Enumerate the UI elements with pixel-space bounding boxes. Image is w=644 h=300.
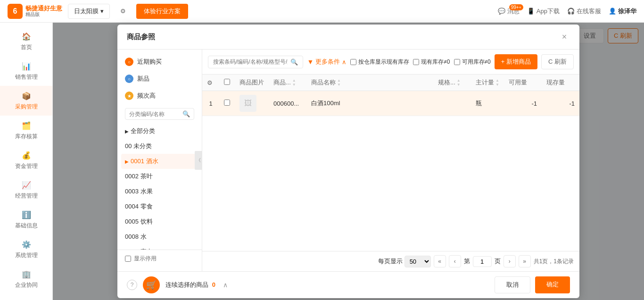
product-search-input[interactable] xyxy=(213,58,288,65)
category-alcohol[interactable]: ▶ 0001 酒水 xyxy=(121,154,198,169)
available-nonzero-label: 可用库存≠0 xyxy=(462,58,491,66)
add-product-button[interactable]: + 新增商品 xyxy=(495,54,537,69)
sidebar-item-home[interactable]: 🏠 首页 xyxy=(0,26,52,56)
category-snacks[interactable]: 0004 零食 xyxy=(121,199,198,214)
page-number-input[interactable] xyxy=(473,256,492,267)
refresh-modal-button[interactable]: C 刷新 xyxy=(541,54,574,69)
last-page-button[interactable]: » xyxy=(519,255,531,267)
message-item[interactable]: 💬 消息 99++ xyxy=(498,7,520,16)
experience-button[interactable]: 体验行业方案 xyxy=(136,4,188,19)
chevron-down-icon: ▾ xyxy=(100,8,104,15)
app-download-item[interactable]: 📱 App下载 xyxy=(527,7,560,16)
checkbox-warehouse[interactable]: 按仓库显示现有库存 xyxy=(350,58,409,66)
sidebar-item-operations[interactable]: 📈 经营管理 xyxy=(0,175,52,205)
category-arrow-alcohol: ▶ xyxy=(125,159,129,164)
fold-button[interactable]: ∧ xyxy=(223,281,228,289)
next-page-button[interactable]: › xyxy=(504,255,516,267)
service-item[interactable]: 🎧 在线客服 xyxy=(567,7,601,16)
img-column-header: 商品图片 xyxy=(235,75,269,91)
logo: 6 畅捷通好生意 精品版 xyxy=(8,4,62,19)
enterprise-icon: 🏢 xyxy=(21,269,32,279)
first-page-button[interactable]: « xyxy=(434,255,446,267)
per-page-select[interactable]: 50 100 200 xyxy=(405,256,431,267)
warehouse-checkbox[interactable] xyxy=(350,59,356,65)
modal-toolbar: 🔍 ▼ 更多条件 ∧ 按仓库显示现有库存 xyxy=(202,50,579,75)
stock-nonzero-checkbox[interactable] xyxy=(413,59,419,65)
warehouse-label: 按仓库显示现有库存 xyxy=(358,58,409,66)
settings-icon[interactable]: ⚙ xyxy=(116,4,131,19)
sidebar-item-sales[interactable]: 📊 销售管理 xyxy=(0,56,52,86)
confirm-button[interactable]: 确定 xyxy=(535,276,570,293)
table-row[interactable]: 1 🖼 xyxy=(202,91,579,116)
available-nonzero-checkbox[interactable] xyxy=(454,59,460,65)
code-column-header[interactable]: 商品... ▲▼ xyxy=(269,75,306,91)
nav-freq-high[interactable]: ★ 频次高 xyxy=(117,87,202,104)
help-icon[interactable]: ? xyxy=(127,280,137,290)
show-disabled-area: 显示停用 xyxy=(117,250,202,267)
classify-search-input[interactable] xyxy=(129,111,181,117)
nav-new-product[interactable]: ○ 新品 xyxy=(117,70,202,87)
user-icon: 👤 xyxy=(609,8,616,15)
checkbox-stock-nonzero[interactable]: 现有库存≠0 xyxy=(413,58,450,66)
page-label: 第 xyxy=(464,257,470,266)
category-fruit[interactable]: 0003 水果 xyxy=(121,184,198,199)
category-label-alcohol: 0001 酒水 xyxy=(131,157,158,166)
table-header-row: ⚙ 商品图片 xyxy=(202,75,579,91)
category-tea[interactable]: 0002 茶叶 xyxy=(121,169,198,184)
unit-column-header[interactable]: 主计量 ▲▼ xyxy=(471,75,504,91)
prev-page-button[interactable]: ‹ xyxy=(449,255,461,267)
modal-body: 《 ○ 近期购买 ○ 新品 ★ 频次高 xyxy=(117,50,579,271)
sidebar-label-home: 首页 xyxy=(21,43,32,51)
inventory-icon: 🗂️ xyxy=(21,120,32,131)
category-all[interactable]: ▶ 全部分类 xyxy=(121,124,198,139)
per-page-label: 每页显示 xyxy=(378,257,403,266)
show-disabled-checkbox[interactable] xyxy=(125,256,131,262)
message-badge: 99++ xyxy=(509,4,523,10)
row-unit: 瓶 xyxy=(471,91,504,116)
select-count: 0 xyxy=(212,281,215,288)
sidebar-label-finance: 资金管理 xyxy=(15,162,38,170)
category-appliances[interactable]: 0010 家电 xyxy=(121,244,198,250)
gear-column-header[interactable]: ⚙ xyxy=(202,75,219,91)
select-all-checkbox[interactable] xyxy=(224,79,230,85)
row-checkbox[interactable] xyxy=(224,100,230,106)
category-water[interactable]: 0008 水 xyxy=(121,229,198,244)
sidebar-item-guide[interactable]: 🚀 新手引导 xyxy=(0,294,52,300)
sidebar-item-enterprise[interactable]: 🏢 企业协同 xyxy=(0,264,52,294)
cancel-button[interactable]: 取消 xyxy=(495,276,530,293)
search-icon[interactable]: 🔍 xyxy=(290,58,298,66)
main-layout: 🏠 首页 📊 销售管理 📦 采购管理 🗂️ 库存核算 💰 资金管理 📈 经营管理… xyxy=(0,23,644,300)
product-table-wrap: ⚙ 商品图片 xyxy=(202,75,579,251)
sidebar-item-inventory[interactable]: 🗂️ 库存核算 xyxy=(0,116,52,145)
modal-footer: ? 🛒 连续选择的商品 0 ∧ 取消 确定 xyxy=(117,271,579,298)
sidebar-item-purchase[interactable]: 📦 采购管理 xyxy=(0,86,52,116)
category-unclassified[interactable]: 00 未分类 xyxy=(121,139,198,154)
product-table: ⚙ 商品图片 xyxy=(202,75,579,116)
sidebar-item-basics[interactable]: ℹ️ 基础信息 xyxy=(0,205,52,234)
category-label-drinks: 0005 饮料 xyxy=(125,217,153,226)
row-check[interactable] xyxy=(219,91,235,116)
table-body: 1 🖼 xyxy=(202,91,579,116)
nav-recent-buy[interactable]: ○ 近期购买 xyxy=(117,53,202,70)
filter-button[interactable]: ▼ 更多条件 ∧ xyxy=(307,58,347,66)
sidebar-label-operations: 经营管理 xyxy=(15,192,38,200)
sidebar-item-finance[interactable]: 💰 资金管理 xyxy=(0,145,52,175)
checkbox-available-nonzero[interactable]: 可用库存≠0 xyxy=(454,58,491,66)
modal-right-panel: 🔍 ▼ 更多条件 ∧ 按仓库显示现有库存 xyxy=(202,50,579,271)
new-product-icon: ○ xyxy=(125,75,133,83)
sidebar-label-system: 系统管理 xyxy=(15,251,38,259)
row-img: 🖼 xyxy=(235,91,269,116)
sidebar-label-basics: 基础信息 xyxy=(15,222,38,230)
category-drinks[interactable]: 0005 饮料 xyxy=(121,214,198,229)
modal-close-button[interactable]: × xyxy=(559,31,570,42)
user-item[interactable]: 👤 徐泽华 xyxy=(609,7,636,16)
name-column-header[interactable]: 商品名称 ▲▼ xyxy=(306,75,433,91)
cart-button[interactable]: 🛒 xyxy=(143,276,160,293)
sidebar-item-system[interactable]: ⚙️ 系统管理 xyxy=(0,234,52,264)
nav-dropdown[interactable]: 日太阳膜 ▾ xyxy=(68,4,110,19)
classify-search-icon[interactable]: 🔍 xyxy=(182,110,190,117)
spec-column-header[interactable]: 规格... ▲▼ xyxy=(433,75,471,91)
collapse-button[interactable]: 《 xyxy=(195,151,202,170)
phone-icon: 📱 xyxy=(527,8,535,15)
logo-text: 畅捷通好生意 精品版 xyxy=(25,5,62,18)
